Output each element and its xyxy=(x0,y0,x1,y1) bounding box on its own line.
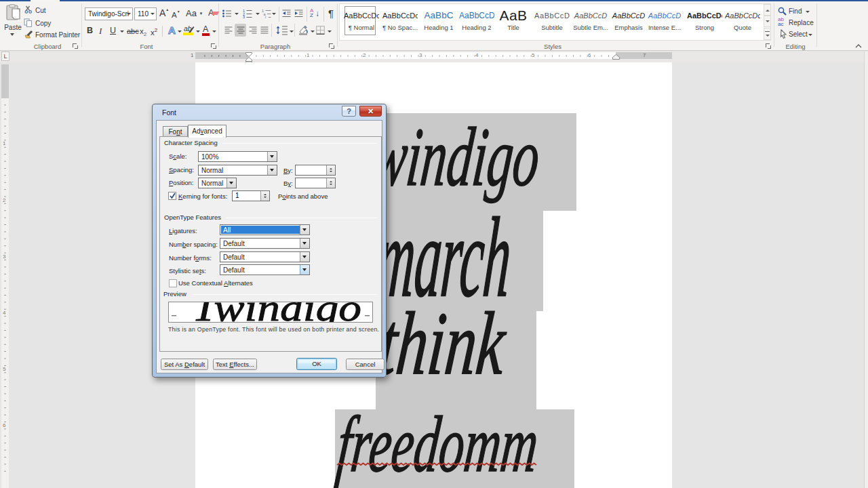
svg-text:freedomm: freedomm xyxy=(333,400,542,488)
svg-text:i: i xyxy=(265,15,266,18)
svg-text:3: 3 xyxy=(243,15,245,18)
svg-text:A: A xyxy=(168,24,176,36)
svg-text:Twindigo: Twindigo xyxy=(192,302,361,322)
svg-text:think: think xyxy=(375,293,510,392)
